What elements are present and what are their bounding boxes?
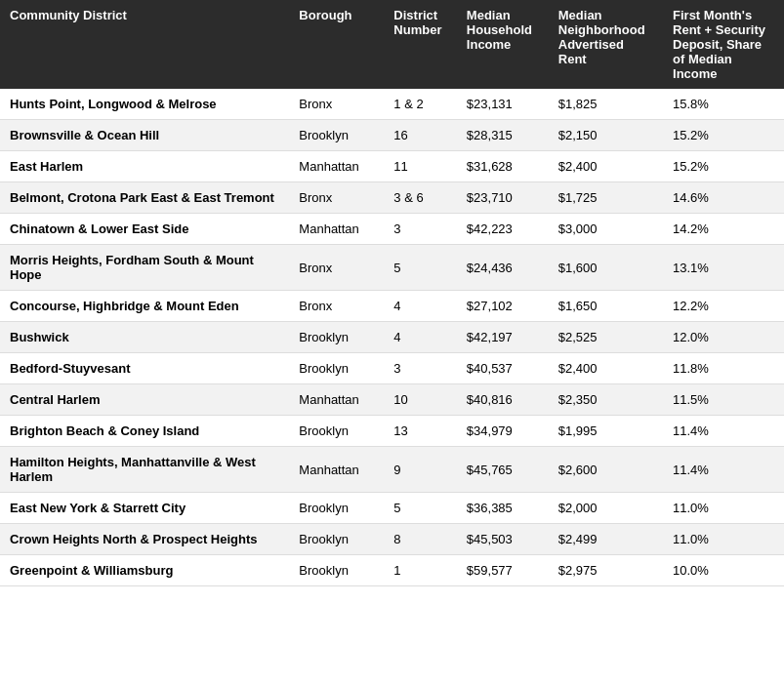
- cell-median-income: $27,102: [457, 291, 549, 322]
- table-header-row: Community District Borough District Numb…: [0, 0, 784, 89]
- cell-community-district: Bedford-Stuyvesant: [0, 353, 289, 384]
- cell-median-rent: $2,499: [549, 524, 663, 555]
- header-community-district: Community District: [0, 0, 289, 89]
- cell-borough: Bronx: [289, 182, 384, 214]
- cell-district-number: 1 & 2: [384, 89, 456, 120]
- cell-median-rent: $2,150: [549, 120, 663, 151]
- cell-median-rent: $2,600: [549, 447, 663, 493]
- table-row: Chinatown & Lower East SideManhattan3$42…: [0, 214, 784, 245]
- cell-borough: Manhattan: [289, 151, 384, 182]
- cell-community-district: Brighton Beach & Coney Island: [0, 416, 289, 447]
- cell-median-income: $42,197: [457, 322, 549, 353]
- header-share: First Month's Rent + Security Deposit, S…: [663, 0, 784, 89]
- header-median-income: Median Household Income: [457, 0, 549, 89]
- cell-borough: Bronx: [289, 291, 384, 322]
- cell-median-rent: $3,000: [549, 214, 663, 245]
- cell-borough: Brooklyn: [289, 120, 384, 151]
- cell-median-income: $31,628: [457, 151, 549, 182]
- cell-share: 15.2%: [663, 120, 784, 151]
- cell-share: 11.4%: [663, 447, 784, 493]
- cell-median-income: $23,710: [457, 182, 549, 214]
- cell-share: 15.8%: [663, 89, 784, 120]
- cell-borough: Manhattan: [289, 384, 384, 416]
- cell-median-income: $45,503: [457, 524, 549, 555]
- cell-median-income: $40,537: [457, 353, 549, 384]
- cell-borough: Brooklyn: [289, 524, 384, 555]
- cell-community-district: Crown Heights North & Prospect Heights: [0, 524, 289, 555]
- cell-district-number: 1: [384, 555, 456, 586]
- cell-median-income: $36,385: [457, 493, 549, 524]
- table-row: BushwickBrooklyn4$42,197$2,52512.0%: [0, 322, 784, 353]
- cell-borough: Brooklyn: [289, 555, 384, 586]
- table-row: Brighton Beach & Coney IslandBrooklyn13$…: [0, 416, 784, 447]
- table-row: Crown Heights North & Prospect HeightsBr…: [0, 524, 784, 555]
- cell-share: 15.2%: [663, 151, 784, 182]
- cell-median-rent: $1,825: [549, 89, 663, 120]
- cell-community-district: Hamilton Heights, Manhattanville & West …: [0, 447, 289, 493]
- cell-share: 14.2%: [663, 214, 784, 245]
- cell-district-number: 4: [384, 291, 456, 322]
- cell-borough: Brooklyn: [289, 416, 384, 447]
- cell-community-district: Belmont, Crotona Park East & East Tremon…: [0, 182, 289, 214]
- cell-median-rent: $2,975: [549, 555, 663, 586]
- cell-district-number: 9: [384, 447, 456, 493]
- cell-median-rent: $2,400: [549, 353, 663, 384]
- cell-district-number: 4: [384, 322, 456, 353]
- cell-district-number: 3 & 6: [384, 182, 456, 214]
- cell-share: 11.0%: [663, 493, 784, 524]
- cell-community-district: Brownsville & Ocean Hill: [0, 120, 289, 151]
- cell-median-income: $59,577: [457, 555, 549, 586]
- cell-district-number: 10: [384, 384, 456, 416]
- table-row: Morris Heights, Fordham South & Mount Ho…: [0, 245, 784, 291]
- cell-borough: Manhattan: [289, 214, 384, 245]
- cell-share: 14.6%: [663, 182, 784, 214]
- cell-median-income: $45,765: [457, 447, 549, 493]
- cell-district-number: 13: [384, 416, 456, 447]
- cell-community-district: Bushwick: [0, 322, 289, 353]
- cell-median-income: $28,315: [457, 120, 549, 151]
- cell-community-district: Morris Heights, Fordham South & Mount Ho…: [0, 245, 289, 291]
- cell-community-district: Hunts Point, Longwood & Melrose: [0, 89, 289, 120]
- cell-median-rent: $2,000: [549, 493, 663, 524]
- cell-district-number: 11: [384, 151, 456, 182]
- cell-district-number: 16: [384, 120, 456, 151]
- cell-median-rent: $1,995: [549, 416, 663, 447]
- table-row: Concourse, Highbridge & Mount EdenBronx4…: [0, 291, 784, 322]
- table-row: East HarlemManhattan11$31,628$2,40015.2%: [0, 151, 784, 182]
- cell-borough: Brooklyn: [289, 322, 384, 353]
- table-row: Hunts Point, Longwood & MelroseBronx1 & …: [0, 89, 784, 120]
- cell-median-income: $34,979: [457, 416, 549, 447]
- cell-district-number: 3: [384, 214, 456, 245]
- cell-median-income: $23,131: [457, 89, 549, 120]
- table-row: Belmont, Crotona Park East & East Tremon…: [0, 182, 784, 214]
- cell-share: 10.0%: [663, 555, 784, 586]
- cell-median-rent: $1,600: [549, 245, 663, 291]
- main-table: Community District Borough District Numb…: [0, 0, 784, 586]
- table-row: Hamilton Heights, Manhattanville & West …: [0, 447, 784, 493]
- cell-borough: Bronx: [289, 245, 384, 291]
- cell-share: 11.0%: [663, 524, 784, 555]
- cell-share: 13.1%: [663, 245, 784, 291]
- cell-median-rent: $1,725: [549, 182, 663, 214]
- table-row: Brownsville & Ocean HillBrooklyn16$28,31…: [0, 120, 784, 151]
- cell-community-district: East New York & Starrett City: [0, 493, 289, 524]
- cell-share: 11.8%: [663, 353, 784, 384]
- cell-community-district: Concourse, Highbridge & Mount Eden: [0, 291, 289, 322]
- cell-share: 12.2%: [663, 291, 784, 322]
- cell-community-district: Central Harlem: [0, 384, 289, 416]
- cell-borough: Manhattan: [289, 447, 384, 493]
- cell-community-district: Greenpoint & Williamsburg: [0, 555, 289, 586]
- header-district-number: District Number: [384, 0, 456, 89]
- cell-median-rent: $2,400: [549, 151, 663, 182]
- cell-borough: Brooklyn: [289, 353, 384, 384]
- cell-district-number: 3: [384, 353, 456, 384]
- cell-community-district: East Harlem: [0, 151, 289, 182]
- cell-borough: Bronx: [289, 89, 384, 120]
- cell-median-rent: $1,650: [549, 291, 663, 322]
- cell-share: 11.5%: [663, 384, 784, 416]
- cell-share: 12.0%: [663, 322, 784, 353]
- cell-district-number: 5: [384, 245, 456, 291]
- cell-community-district: Chinatown & Lower East Side: [0, 214, 289, 245]
- cell-median-income: $40,816: [457, 384, 549, 416]
- cell-share: 11.4%: [663, 416, 784, 447]
